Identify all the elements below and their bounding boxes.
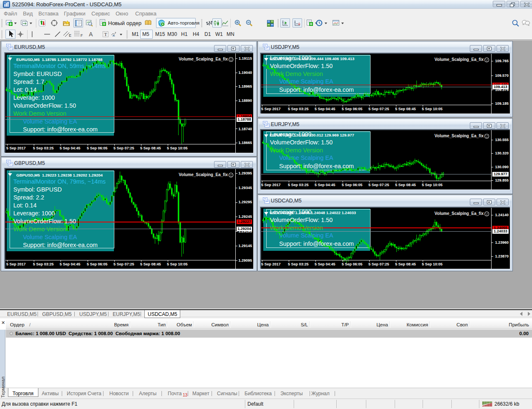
svg-text:T: T: [104, 32, 107, 37]
